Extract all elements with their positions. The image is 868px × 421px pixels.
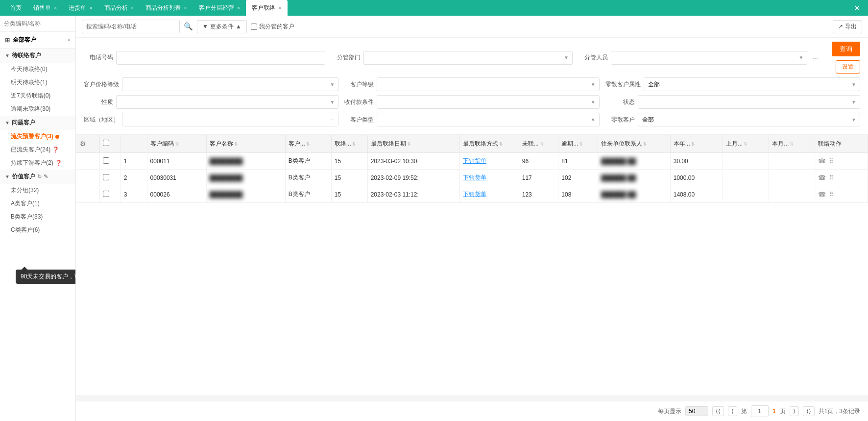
my-customers-checkbox-label[interactable]: 我分管的客户 [251, 23, 294, 31]
price-grade-input[interactable] [122, 77, 338, 91]
col-overdue-header: 逾期...⇅ [558, 135, 598, 153]
cell-name-2: ████████ [206, 186, 285, 203]
sidebar-search-input[interactable] [4, 20, 76, 27]
window-close-btn[interactable]: ✕ [850, 3, 864, 13]
tab-sales-close[interactable]: × [54, 5, 57, 11]
col-this-month-header: 本月...⇅ [769, 135, 815, 153]
payment-label: 收付款条件 [344, 98, 374, 106]
filter-search-input[interactable] [82, 20, 180, 33]
edit-icon[interactable]: ✎ [44, 173, 48, 180]
export-icon: ↗ [838, 23, 843, 30]
tab-sales[interactable]: 销售单 × [27, 0, 63, 16]
filter-search-btn[interactable]: 🔍 [184, 22, 193, 31]
churn-warning-dot [55, 135, 59, 139]
group-problem-customer[interactable]: ▼ 问题客户 [0, 116, 75, 130]
status-input[interactable] [638, 95, 860, 109]
cell-year-1: 1000.00 [670, 170, 723, 186]
action-more-icon-1[interactable]: ⠿ [829, 174, 834, 181]
group-value-customer[interactable]: ▼ 价值客户 ↻ ✎ [0, 170, 75, 184]
dept-select-input[interactable] [363, 51, 573, 65]
select-all-checkbox[interactable] [103, 140, 109, 146]
person-select-input[interactable] [611, 51, 807, 65]
row-checkbox-2[interactable] [103, 191, 109, 197]
phone-input[interactable] [116, 51, 325, 65]
person-select-wrap: ▼ [611, 51, 807, 65]
grade-input[interactable] [377, 77, 599, 91]
sidebar-item-ungrouped[interactable]: 未分组(32) [0, 184, 75, 197]
sidebar-item-a-class[interactable]: A类客户(1) [0, 197, 75, 210]
tab-home[interactable]: 首页 [4, 0, 27, 16]
cell-overdue-2: 108 [558, 186, 598, 203]
action-more-icon-2[interactable]: ⠿ [829, 191, 834, 198]
person-label: 分管人员 [579, 53, 608, 62]
row-checkbox-0[interactable] [103, 157, 109, 164]
gender-input[interactable] [116, 95, 338, 109]
customer-type-label: 客户类型 [344, 116, 374, 124]
settings-btn[interactable]: 设置 [836, 60, 860, 74]
cell-overdue-0: 81 [558, 153, 598, 170]
sidebar-item-7days[interactable]: 近7天待联络(0) [0, 89, 75, 102]
grade-select-wrap: ▼ [377, 77, 599, 91]
customer-table: ⚙ 客户编码⇅ 客户名称⇅ 客户...⇅ [76, 135, 868, 203]
export-btn[interactable]: ↗ 导出 [833, 20, 862, 33]
region-input[interactable] [122, 113, 338, 126]
tab-product-list[interactable]: 商品分析列表 × [140, 0, 193, 16]
cell-method-1: 下销货单 [459, 170, 519, 186]
filter-cell-gender: 性质 ▼ [84, 95, 338, 109]
page-last-btn[interactable]: ⟩⟩ [803, 406, 815, 416]
page-input[interactable] [751, 405, 769, 417]
row-checkbox-1[interactable] [103, 174, 109, 180]
bottom-scrollbar[interactable] [76, 395, 868, 401]
method-link-0[interactable]: 下销货单 [463, 157, 486, 164]
query-btn[interactable]: 查询 [832, 42, 860, 56]
zero-retail-input[interactable] [638, 113, 860, 126]
sidebar-item-tomorrow[interactable]: 明天待联络(1) [0, 76, 75, 89]
method-link-1[interactable]: 下销货单 [463, 174, 486, 181]
per-page-select[interactable]: 50 100 200 [685, 406, 708, 416]
sidebar-item-churn-warning[interactable]: 流失预警客户(3) [0, 130, 75, 143]
my-customers-checkbox[interactable] [251, 24, 257, 30]
tab-product-analysis[interactable]: 商品分析 × [98, 0, 140, 16]
tab-purchase[interactable]: 进货单 × [63, 0, 98, 16]
tab-customer-contact[interactable]: 客户联络 × [246, 0, 287, 16]
tab-customer-tier[interactable]: 客户分层经营 × [193, 0, 246, 16]
person-more-btn[interactable]: ··· [810, 54, 820, 62]
tab-customer-tier-close[interactable]: × [237, 5, 240, 11]
cell-last-month-1 [723, 170, 769, 186]
tab-purchase-close[interactable]: × [89, 5, 92, 11]
sidebar-item-churned[interactable]: 已流失客户(24) ❓ [0, 143, 75, 156]
tab-customer-contact-close[interactable]: × [278, 5, 281, 11]
customer-type-input[interactable] [377, 113, 599, 126]
tab-product-list-close[interactable]: × [184, 5, 187, 11]
sidebar-item-b-class[interactable]: B类客户(33) [0, 210, 75, 223]
price-grade-select-wrap: ▼ [122, 77, 338, 91]
method-link-2[interactable]: 下销货单 [463, 191, 486, 198]
page-suffix: 页 [780, 407, 786, 416]
cell-overdue-1: 102 [558, 170, 598, 186]
price-grade-label: 客户价格等级 [84, 80, 119, 89]
cell-contact-2: 15 [331, 186, 367, 203]
payment-input[interactable] [377, 95, 599, 109]
refresh-icon[interactable]: ↻ [37, 173, 42, 180]
tab-product-analysis-close[interactable]: × [131, 5, 134, 11]
table-gear-btn[interactable]: ⚙ [79, 139, 87, 149]
cell-num-1: 2 [121, 170, 147, 186]
action-contact-icon-2[interactable]: ☎ [818, 191, 826, 198]
page-first-btn[interactable]: ⟨⟨ [712, 406, 724, 416]
sidebar-all-customers[interactable]: ⊞ 全部客户 « [0, 32, 75, 49]
page-next-btn[interactable]: ⟩ [790, 406, 799, 416]
sidebar-item-c-class[interactable]: C类客户(6) [0, 223, 75, 237]
action-more-icon-0[interactable]: ⠿ [829, 157, 834, 165]
action-contact-icon-0[interactable]: ☎ [818, 157, 826, 165]
action-contact-icon-1[interactable]: ☎ [818, 174, 826, 181]
tab-bar: 首页 销售单 × 进货单 × 商品分析 × 商品分析列表 × 客户分层经营 × … [0, 0, 868, 16]
col-prev-header: 往来单位联系人⇅ [598, 135, 670, 153]
filter-more-btn[interactable]: ▼ 更多条件 ▲ [197, 20, 247, 33]
group-pending-contact[interactable]: ▼ 待联络客户 [0, 49, 75, 63]
sidebar-item-overdue[interactable]: 逾期未联络(30) [0, 102, 75, 116]
cell-contact-0: 15 [331, 153, 367, 170]
sidebar-item-declining[interactable]: 持续下滑客户(2) ❓ [0, 156, 75, 170]
sidebar-item-today[interactable]: 今天待联络(0) [0, 63, 75, 76]
zero-retail-attr-input[interactable] [644, 77, 860, 91]
page-prev-btn[interactable]: ⟨ [728, 406, 737, 416]
